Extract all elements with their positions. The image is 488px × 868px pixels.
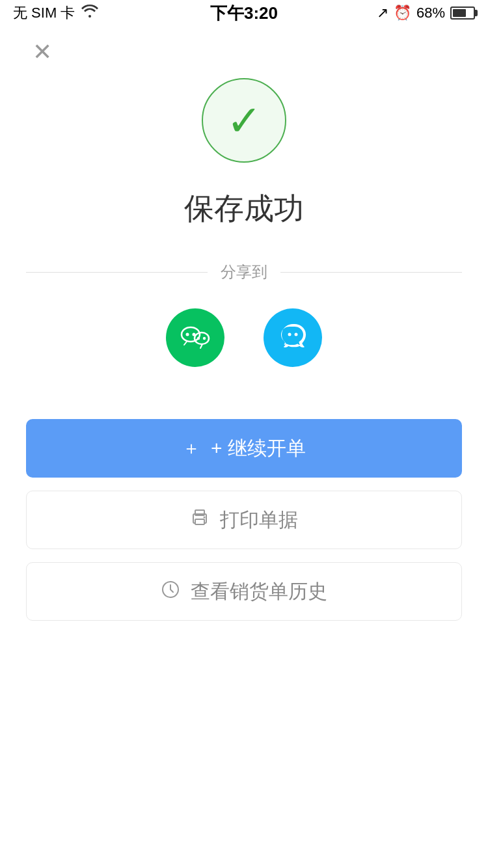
wechat-icon [178, 320, 213, 355]
main-content: ✓ 保存成功 分享到 [0, 26, 488, 621]
wechat-share-button[interactable] [166, 308, 224, 367]
alarm-icon: ⏰ [394, 5, 411, 21]
share-section: 分享到 [0, 262, 488, 380]
share-label: 分享到 [221, 262, 267, 282]
print-icon [190, 509, 210, 532]
svg-rect-10 [195, 519, 204, 524]
continue-label: + 继续开单 [211, 435, 306, 462]
qq-share-button[interactable] [264, 308, 322, 367]
close-button[interactable]: ✕ [26, 36, 59, 68]
status-left: 无 SIM 卡 [13, 3, 98, 23]
status-bar: 无 SIM 卡 下午3:20 ↗ ⏰ 68% [0, 0, 488, 26]
divider-left [26, 272, 208, 273]
battery-percent: 68% [416, 5, 445, 21]
qq-icon [277, 321, 309, 354]
actions-section: ＋ + 继续开单 打印单据 查看销货单历 [0, 406, 488, 621]
status-right: ↗ ⏰ 68% [377, 5, 475, 21]
share-divider: 分享到 [26, 262, 462, 282]
location-icon: ↗ [377, 5, 388, 21]
share-icons [26, 308, 462, 367]
battery-icon [450, 7, 475, 20]
svg-point-7 [295, 333, 298, 336]
no-sim-text: 无 SIM 卡 [13, 3, 75, 23]
close-icon: ✕ [33, 38, 52, 66]
svg-point-6 [288, 333, 291, 336]
checkmark-icon: ✓ [226, 100, 262, 142]
wifi-icon [81, 5, 98, 21]
success-title: 保存成功 [184, 189, 304, 229]
history-button[interactable]: 查看销货单历史 [26, 562, 462, 621]
history-icon [161, 580, 180, 604]
svg-point-5 [203, 337, 206, 340]
divider-right [280, 272, 462, 273]
print-button[interactable]: 打印单据 [26, 491, 462, 549]
history-label: 查看销货单历史 [191, 578, 327, 605]
svg-point-3 [193, 333, 196, 336]
plus-icon: ＋ [182, 436, 200, 461]
svg-point-1 [195, 332, 209, 344]
continue-button[interactable]: ＋ + 继续开单 [26, 419, 462, 478]
print-label: 打印单据 [220, 507, 298, 534]
status-time: 下午3:20 [210, 2, 278, 25]
svg-point-2 [186, 333, 189, 336]
svg-point-11 [204, 516, 206, 518]
success-circle: ✓ [202, 78, 286, 163]
svg-point-4 [197, 337, 200, 340]
